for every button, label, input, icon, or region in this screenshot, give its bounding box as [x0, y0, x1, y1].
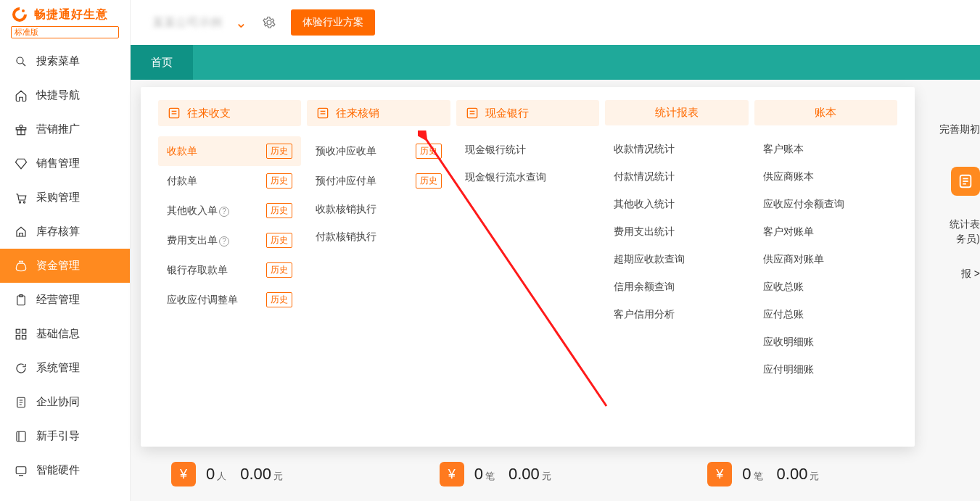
mega-column-title: 统计报表 — [655, 106, 699, 120]
stat-values: 0人 0.00元 — [206, 465, 295, 484]
mega-column-0: 往来收支收款单历史付款单历史其他收入单?历史费用支出单?历史银行存取款单历史应收… — [158, 100, 301, 434]
mega-item-4-2[interactable]: 应收应付余额查询 — [754, 191, 897, 218]
sidebar-item-label: 新手引导 — [36, 429, 80, 443]
mega-item-0-2[interactable]: 其他收入单?历史 — [158, 196, 301, 225]
mega-item-4-0[interactable]: 客户账本 — [754, 136, 897, 163]
mega-item-label: 超期应收款查询 — [614, 253, 685, 266]
mega-item-4-3[interactable]: 客户对账单 — [754, 218, 897, 246]
sidebar-item-10[interactable]: 企业协同 — [0, 385, 130, 419]
mega-item-label: 预收冲应收单 — [316, 145, 376, 158]
mega-item-label: 应付总账 — [763, 308, 804, 321]
mega-item-3-1[interactable]: 付款情况统计 — [605, 163, 748, 191]
sidebar-item-label: 搜索菜单 — [36, 54, 80, 68]
sidebar-item-2[interactable]: 营销推广 — [0, 112, 130, 146]
peek-stats-text: 统计表 务员) — [950, 218, 980, 246]
mega-item-0-1[interactable]: 付款单历史 — [158, 166, 301, 196]
mega-item-1-1[interactable]: 预付冲应付单历史 — [307, 166, 450, 196]
peek-report-link[interactable]: 报 > — [961, 268, 980, 281]
mega-item-0-4[interactable]: 银行存取款单历史 — [158, 255, 301, 285]
mega-column-title: 往来收支 — [187, 107, 231, 120]
sidebar-item-9[interactable]: 系统管理 — [0, 351, 130, 385]
sidebar-item-3[interactable]: 销售管理 — [0, 146, 130, 181]
help-icon[interactable]: ? — [219, 236, 229, 247]
svg-rect-9 — [22, 329, 26, 333]
tab-bar: 首页 — [131, 45, 980, 80]
try-plan-button[interactable]: 体验行业方案 — [291, 9, 375, 36]
sidebar-item-5[interactable]: 库存核算 — [0, 215, 130, 249]
sidebar-item-7[interactable]: 经营管理 — [0, 283, 130, 317]
mega-item-0-0[interactable]: 收款单历史 — [158, 136, 301, 166]
history-badge[interactable]: 历史 — [266, 292, 292, 307]
sidebar-item-0[interactable]: 搜索菜单 — [0, 44, 130, 78]
peek-complete-initial[interactable]: 完善期初 — [939, 123, 980, 136]
svg-rect-15 — [169, 108, 178, 117]
stat-card-2: ¥ 0笔 0.00元 — [707, 462, 939, 486]
stat-card-icon: ¥ — [707, 462, 732, 486]
sidebar-item-8[interactable]: 基础信息 — [0, 317, 130, 351]
svg-rect-8 — [16, 329, 20, 333]
mega-item-label: 应收总账 — [763, 281, 804, 294]
sidebar-item-label: 营销推广 — [36, 123, 80, 136]
mega-item-1-2[interactable]: 收款核销执行 — [307, 196, 450, 223]
mega-item-4-4[interactable]: 供应商对账单 — [754, 246, 897, 273]
gift-icon — [15, 123, 28, 136]
report-quick-icon[interactable] — [951, 167, 980, 196]
mega-item-1-3[interactable]: 付款核销执行 — [307, 223, 450, 251]
history-badge[interactable]: 历史 — [266, 144, 292, 159]
history-badge[interactable]: 历史 — [266, 203, 292, 218]
history-badge[interactable]: 历史 — [416, 173, 442, 189]
mega-item-2-1[interactable]: 现金银行流水查询 — [456, 164, 599, 191]
mega-item-3-0[interactable]: 收款情况统计 — [605, 136, 748, 163]
mega-item-0-5[interactable]: 应收应付调整单历史 — [158, 285, 301, 315]
org-chevron-down-icon[interactable]: ⌄ — [235, 14, 247, 31]
mega-item-4-5[interactable]: 应收总账 — [754, 273, 897, 301]
mega-item-label: 应收应付余额查询 — [763, 198, 844, 211]
svg-rect-10 — [16, 335, 20, 339]
sidebar-item-label: 采购管理 — [36, 191, 80, 204]
stat-card-icon: ¥ — [171, 462, 196, 486]
mega-item-label: 收款情况统计 — [614, 143, 675, 156]
mega-item-3-4[interactable]: 超期应收款查询 — [605, 246, 748, 273]
mega-column-3: 统计报表收款情况统计付款情况统计其他收入统计费用支出统计超期应收款查询信用余额查… — [605, 100, 748, 434]
note-icon — [15, 396, 28, 409]
tv-icon — [15, 464, 28, 477]
mega-item-4-8[interactable]: 应付明细账 — [754, 356, 897, 384]
mega-item-3-5[interactable]: 信用余额查询 — [605, 273, 748, 301]
sidebar-item-label: 智能硬件 — [36, 463, 80, 477]
mega-item-label: 供应商账本 — [763, 170, 814, 183]
mega-column-header: 统计报表 — [605, 100, 748, 125]
mega-item-3-2[interactable]: 其他收入统计 — [605, 191, 748, 218]
column-header-icon — [316, 106, 330, 120]
mega-item-2-0[interactable]: 现金银行统计 — [456, 136, 599, 164]
mega-item-0-3[interactable]: 费用支出单?历史 — [158, 225, 301, 255]
money-bag-icon — [15, 260, 28, 273]
history-badge[interactable]: 历史 — [416, 144, 442, 159]
mega-item-3-3[interactable]: 费用支出统计 — [605, 218, 748, 246]
mega-item-label: 收款核销执行 — [316, 203, 376, 216]
stat-values: 0笔 0.00元 — [474, 465, 563, 484]
mega-column-header: 现金银行 — [456, 100, 599, 126]
history-badge[interactable]: 历史 — [266, 262, 292, 278]
sidebar-item-12[interactable]: 智能硬件 — [0, 453, 130, 487]
mega-item-label: 付款情况统计 — [614, 170, 675, 183]
stat-card-0: ¥ 0人 0.00元 — [171, 462, 403, 486]
history-badge[interactable]: 历史 — [266, 173, 292, 189]
mega-item-3-6[interactable]: 客户信用分析 — [605, 301, 748, 328]
sidebar-item-1[interactable]: 快捷导航 — [0, 78, 130, 112]
svg-rect-14 — [16, 466, 26, 473]
sidebar-item-4[interactable]: 采购管理 — [0, 181, 130, 215]
settings-button[interactable] — [260, 14, 278, 31]
mega-item-label: 客户对账单 — [763, 225, 814, 239]
mega-item-label: 客户信用分析 — [614, 308, 675, 321]
mega-item-4-7[interactable]: 应收明细账 — [754, 328, 897, 356]
mega-item-4-1[interactable]: 供应商账本 — [754, 163, 897, 191]
help-icon[interactable]: ? — [219, 207, 229, 217]
mega-item-4-6[interactable]: 应付总账 — [754, 301, 897, 328]
sidebar-item-11[interactable]: 新手引导 — [0, 419, 130, 453]
sidebar-item-label: 企业协同 — [36, 395, 80, 409]
history-badge[interactable]: 历史 — [266, 233, 292, 248]
content-area: 往来收支收款单历史付款单历史其他收入单?历史费用支出单?历史银行存取款单历史应收… — [131, 80, 980, 501]
tab-home[interactable]: 首页 — [131, 45, 193, 80]
mega-item-1-0[interactable]: 预收冲应收单历史 — [307, 136, 450, 166]
sidebar-item-6[interactable]: 资金管理 — [0, 249, 130, 283]
